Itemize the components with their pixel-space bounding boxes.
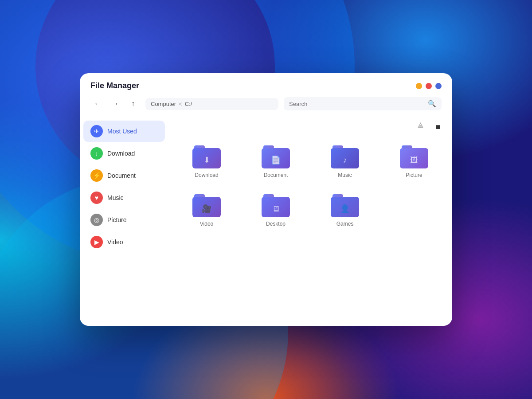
forward-icon: → (112, 100, 119, 108)
back-icon: ← (94, 100, 101, 108)
file-area: ≜ ■ ⬇ Download 📄 Document ♪ (168, 116, 452, 326)
sidebar-icon-picture: ◎ (90, 214, 103, 226)
file-item-picture[interactable]: 🖼 Picture (383, 141, 445, 183)
file-item-video[interactable]: 🎥 Video (176, 190, 238, 231)
sidebar-icon-most-used: ✈ (90, 125, 103, 137)
file-item-desktop[interactable]: 🖥 Desktop (245, 190, 307, 231)
up-button[interactable]: ↑ (126, 97, 140, 111)
list-view-icon: ≜ (417, 122, 424, 132)
folder-icon-picture: 🖼 (400, 145, 428, 168)
breadcrumb-path: C:/ (185, 101, 192, 107)
file-item-games[interactable]: 👤 Games (314, 190, 376, 231)
titlebar: File Manager (80, 73, 452, 97)
search-bar[interactable]: 🔍 (284, 97, 442, 110)
breadcrumb: Computer < C:/ (145, 98, 278, 110)
file-name-music: Music (338, 172, 352, 178)
grid-view-button[interactable]: ■ (431, 120, 445, 134)
search-icon: 🔍 (428, 100, 436, 108)
sidebar-item-most-used[interactable]: ✈ Most Used (83, 121, 165, 142)
folder-icon-document: 📄 (262, 145, 290, 168)
sidebar-icon-document: ⚡ (90, 169, 103, 182)
up-icon: ↑ (131, 100, 135, 108)
file-name-games: Games (336, 221, 354, 227)
sidebar-label-most-used: Most Used (107, 128, 137, 135)
breadcrumb-sep: < (179, 101, 182, 107)
main-content: ✈ Most Used ↓ Download ⚡ Document ♥ Musi… (80, 116, 452, 326)
sidebar-label-picture: Picture (107, 216, 127, 223)
file-item-download[interactable]: ⬇ Download (176, 141, 238, 183)
window-controls (416, 83, 442, 89)
list-view-button[interactable]: ≜ (413, 120, 427, 134)
folder-icon-music: ♪ (331, 145, 359, 168)
folder-icon-download: ⬇ (192, 145, 221, 168)
sidebar-item-video[interactable]: ▶ Video (83, 231, 165, 253)
file-item-music[interactable]: ♪ Music (314, 141, 376, 183)
breadcrumb-computer: Computer (151, 101, 176, 107)
toolbar: ← → ↑ Computer < C:/ 🔍 (80, 97, 452, 116)
minimize-button[interactable] (416, 83, 422, 89)
sidebar-item-picture[interactable]: ◎ Picture (83, 209, 165, 231)
files-grid: ⬇ Download 📄 Document ♪ Music 🖼 Picture … (176, 141, 445, 231)
sidebar: ✈ Most Used ↓ Download ⚡ Document ♥ Musi… (80, 116, 168, 326)
nav-buttons: ← → ↑ (90, 97, 140, 111)
sidebar-label-document: Document (107, 172, 136, 179)
forward-button[interactable]: → (108, 97, 122, 111)
sidebar-item-music[interactable]: ♥ Music (83, 187, 165, 208)
search-input[interactable] (289, 101, 424, 107)
file-name-desktop: Desktop (266, 221, 286, 227)
view-toggle: ≜ ■ (176, 120, 445, 134)
sidebar-label-download: Download (107, 150, 135, 157)
close-button[interactable] (426, 83, 432, 89)
sidebar-item-download[interactable]: ↓ Download (83, 143, 165, 164)
sidebar-icon-download: ↓ (90, 147, 103, 160)
sidebar-icon-music: ♥ (90, 192, 103, 204)
sidebar-label-music: Music (107, 194, 124, 201)
sidebar-item-document[interactable]: ⚡ Document (83, 165, 165, 186)
grid-view-icon: ■ (436, 122, 441, 132)
file-item-document[interactable]: 📄 Document (245, 141, 307, 183)
folder-icon-desktop: 🖥 (262, 194, 290, 217)
file-name-picture: Picture (406, 172, 422, 178)
file-name-document: Document (264, 172, 288, 178)
sidebar-icon-video: ▶ (90, 236, 103, 248)
back-button[interactable]: ← (90, 97, 105, 111)
folder-icon-video: 🎥 (192, 194, 221, 217)
maximize-button[interactable] (435, 83, 442, 89)
sidebar-label-video: Video (107, 239, 123, 246)
window-title: File Manager (90, 81, 139, 90)
file-name-download: Download (195, 172, 218, 178)
file-manager-window: File Manager ← → ↑ Computer < C:/ 🔍 (80, 73, 452, 326)
folder-icon-games: 👤 (331, 194, 359, 217)
file-name-video: Video (200, 221, 213, 227)
